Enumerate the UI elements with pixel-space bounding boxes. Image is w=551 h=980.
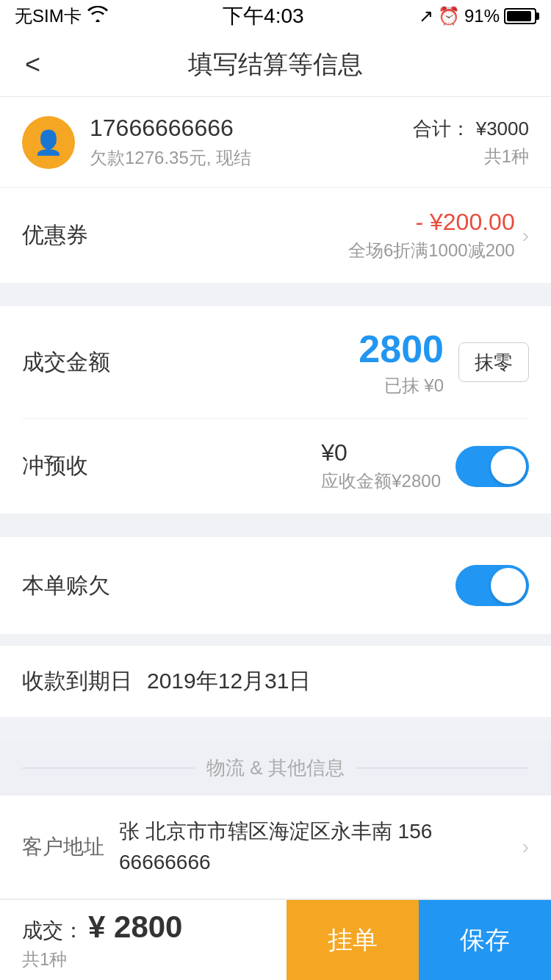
page-title: 填写结算等信息 [188,48,363,82]
user-phone: 17666666666 [90,115,251,142]
debt-section: 本单赊欠 [0,537,551,634]
debt-toggle[interactable] [455,565,529,606]
coupon-label: 优惠券 [22,220,88,251]
due-date-value: 2019年12月31日 [147,666,311,696]
total-sub: 共1种 [413,145,529,168]
coupon-desc: 全场6折满1000减200 [348,239,515,262]
wifi-icon [87,6,108,26]
logistics-divider-text: 物流 & 其他信息 [206,755,345,781]
avatar: 👤 [22,116,75,169]
sim-label: 无SIM卡 [15,4,82,28]
total-value: ¥3000 [476,118,529,140]
deal-amount-row: 成交金额 2800 已抹 ¥0 抹零 [22,306,529,419]
avatar-icon: 👤 [34,129,63,156]
separator-1 [0,295,551,306]
round-button[interactable]: 抹零 [458,342,529,382]
bottom-info: 成交： ¥ 2800 共1种 [0,909,287,971]
due-date-label: 收款到期日 [22,666,132,696]
status-left: 无SIM卡 [15,4,108,28]
debt-row: 本单赊欠 [22,537,529,634]
address-label: 客户地址 [22,833,104,861]
chevron-right-icon: › [522,224,529,248]
separator-2 [0,525,551,537]
advance-toggle[interactable] [455,446,529,487]
address-chevron-icon: › [522,835,529,859]
location-icon: ↗ [419,6,433,26]
content: 👤 17666666666 欠款1276.35元, 现结 合计： ¥3000 共… [0,97,551,980]
bottom-amount-value: ¥ 2800 [88,909,182,945]
user-left: 👤 17666666666 欠款1276.35元, 现结 [22,115,251,170]
toggle-knob [491,449,526,484]
back-button[interactable]: < [18,42,48,87]
bottom-amount-label: 成交： [22,917,84,945]
separator-3 [0,729,551,741]
deal-amount-right: 2800 已抹 ¥0 抹零 [359,327,529,397]
address-value: 张 北京市市辖区海淀区永丰南 156 66666666 [119,816,522,878]
hold-button[interactable]: 挂单 [287,900,419,981]
header: < 填写结算等信息 [0,32,551,97]
total-label: 合计： ¥3000 [413,116,529,142]
advance-label: 冲预收 [22,451,88,481]
user-info: 17666666666 欠款1276.35元, 现结 [90,115,251,170]
battery-percent: 91% [464,6,500,26]
advance-right: ¥0 应收金额¥2800 [321,439,529,493]
status-right: ↗ ⏰ 91% [419,6,536,26]
due-date-section: 收款到期日 2019年12月31日 [0,646,551,717]
deal-amount-sub: 已抹 ¥0 [359,374,444,397]
user-coupon-card: 👤 17666666666 欠款1276.35元, 现结 合计： ¥3000 共… [0,97,551,283]
coupon-row[interactable]: 优惠券 - ¥200.00 全场6折满1000减200 › [0,187,551,283]
status-time: 下午4:03 [223,2,304,30]
battery-icon [504,8,536,24]
alarm-icon: ⏰ [438,6,460,26]
logistics-divider: 物流 & 其他信息 [0,741,551,796]
address-section[interactable]: 客户地址 张 北京市市辖区海淀区永丰南 156 66666666 › [0,796,551,898]
divider-line-left [22,768,195,768]
bottom-count: 共1种 [22,948,264,971]
debt-label: 本单赊欠 [22,571,110,601]
save-button[interactable]: 保存 [419,900,551,981]
advance-value: ¥0 [321,439,441,466]
advance-sub: 应收金额¥2800 [321,469,441,493]
amount-section: 成交金额 2800 已抹 ¥0 抹零 冲预收 ¥0 应收金额¥2800 [0,306,551,514]
bottom-bar: 成交： ¥ 2800 共1种 挂单 保存 [0,899,551,980]
status-bar: 无SIM卡 下午4:03 ↗ ⏰ 91% [0,0,551,32]
due-date-row: 收款到期日 2019年12月31日 [22,666,529,696]
user-sub-text: 欠款1276.35元, 现结 [90,146,251,170]
deal-amount-value: 2800 [359,327,444,371]
debt-toggle-knob [491,568,526,603]
user-total: 合计： ¥3000 共1种 [413,116,529,168]
coupon-value: - ¥200.00 [348,209,515,236]
advance-row: 冲预收 ¥0 应收金额¥2800 [22,419,529,514]
user-row: 👤 17666666666 欠款1276.35元, 现结 合计： ¥3000 共… [0,97,551,187]
coupon-right: - ¥200.00 全场6折满1000减200 › [348,209,529,262]
divider-line-right [356,768,529,768]
deal-amount-label: 成交金额 [22,347,110,378]
